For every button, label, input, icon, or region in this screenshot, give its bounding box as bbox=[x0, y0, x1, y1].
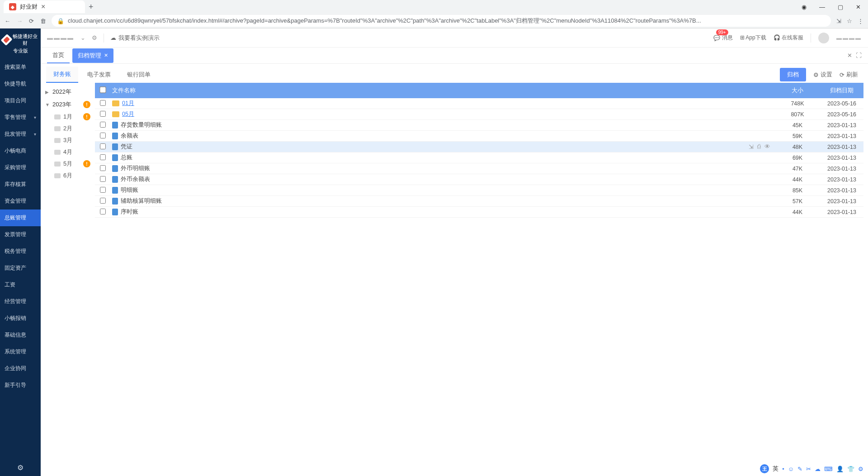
export-icon[interactable]: ⇲ bbox=[749, 143, 754, 150]
sidebar-item[interactable]: 快捷导航 bbox=[0, 76, 41, 92]
sidebar-item[interactable]: 小畅电商 bbox=[0, 143, 41, 159]
tree-year-2023[interactable]: ▼ 2023年 ! bbox=[41, 98, 95, 111]
row-checkbox[interactable] bbox=[100, 143, 106, 149]
minimize-button[interactable]: — bbox=[816, 2, 829, 12]
install-icon[interactable]: ⇲ bbox=[836, 18, 841, 24]
sidebar-item[interactable]: 固定资产 bbox=[0, 260, 41, 276]
tab-home[interactable]: 首页 bbox=[47, 48, 70, 63]
tree-month[interactable]: 2月 bbox=[41, 123, 95, 134]
pdf-icon[interactable]: ⎙ bbox=[757, 143, 761, 150]
row-checkbox[interactable] bbox=[100, 198, 106, 204]
audio-icon[interactable]: ◉ bbox=[798, 2, 810, 12]
sidebar-item[interactable]: 发票管理 bbox=[0, 226, 41, 243]
row-checkbox[interactable] bbox=[100, 176, 106, 182]
sidebar-item[interactable]: 工资 bbox=[0, 276, 41, 293]
refresh-button[interactable]: ⟳ 刷新 bbox=[840, 71, 858, 79]
tree-month[interactable]: 5月! bbox=[41, 158, 95, 170]
sidebar-item[interactable]: 资金管理 bbox=[0, 193, 41, 209]
tab-close-icon[interactable]: ✕ bbox=[104, 52, 108, 58]
inner-tab-einvoice[interactable]: 电子发票 bbox=[80, 67, 118, 82]
row-checkbox[interactable] bbox=[100, 100, 106, 106]
select-all-checkbox[interactable] bbox=[99, 86, 106, 93]
maximize-button[interactable]: ▢ bbox=[834, 2, 847, 12]
menu-icon[interactable]: ⋮ bbox=[858, 18, 863, 24]
sidebar-settings[interactable]: ⚙ bbox=[0, 459, 41, 476]
back-button[interactable]: ← bbox=[5, 18, 10, 24]
table-row[interactable]: 序时账 44K 2023-01-13 bbox=[95, 207, 863, 218]
ime-lang[interactable]: 英 bbox=[773, 465, 778, 473]
sidebar-item[interactable]: 库存核算 bbox=[0, 176, 41, 193]
tab-close-icon[interactable]: × bbox=[41, 3, 45, 11]
ime-emoji-icon[interactable]: ☺ bbox=[788, 466, 794, 472]
table-row[interactable]: 05月 807K 2023-05-16 bbox=[95, 109, 863, 120]
delete-icon[interactable]: 🗑 bbox=[40, 18, 46, 24]
sidebar-item[interactable]: 经营管理 bbox=[0, 293, 41, 310]
sidebar-item[interactable]: 小畅报销 bbox=[0, 310, 41, 327]
table-row[interactable]: 辅助核算明细账 57K 2023-01-13 bbox=[95, 196, 863, 207]
close-all-icon[interactable]: ✕ bbox=[847, 52, 852, 59]
ime-settings-icon[interactable]: ⚙ bbox=[858, 466, 863, 472]
url-input[interactable]: 🔒 cloud.chanjet.com/cc/u6d89qwnryel/57bf… bbox=[52, 15, 831, 27]
sidebar-item[interactable]: 搜索菜单 bbox=[0, 59, 41, 76]
new-tab-button[interactable]: + bbox=[89, 2, 94, 12]
row-checkbox[interactable] bbox=[100, 165, 106, 171]
sidebar-item[interactable]: 批发管理▾ bbox=[0, 126, 41, 143]
fullscreen-icon[interactable]: ⛶ bbox=[856, 52, 862, 59]
inner-tab-finance[interactable]: 财务账 bbox=[46, 67, 78, 83]
tree-year-2022[interactable]: ▶ 2022年 bbox=[41, 86, 95, 98]
table-row[interactable]: 总账 69K 2023-01-13 bbox=[95, 152, 863, 163]
sidebar-item[interactable]: 基础信息 bbox=[0, 327, 41, 343]
star-icon[interactable]: ☆ bbox=[847, 18, 852, 24]
table-row[interactable]: 存货数量明细账 45K 2023-01-13 bbox=[95, 120, 863, 131]
gear-icon[interactable]: ⚙ bbox=[92, 34, 97, 41]
browser-tab[interactable]: ◆ 好业财 × bbox=[4, 0, 85, 13]
reload-button[interactable]: ⟳ bbox=[29, 18, 34, 24]
row-checkbox[interactable] bbox=[100, 111, 106, 117]
ime-person-icon[interactable]: 👤 bbox=[836, 466, 844, 472]
row-checkbox[interactable] bbox=[100, 154, 106, 160]
demo-link[interactable]: ☁ 我要看实例演示 bbox=[110, 34, 160, 42]
sidebar-item[interactable]: 税务管理 bbox=[0, 243, 41, 260]
settings-button[interactable]: ⚙ 设置 bbox=[813, 71, 832, 79]
row-checkbox[interactable] bbox=[100, 209, 106, 214]
ime-shirt-icon[interactable]: 👕 bbox=[847, 466, 854, 472]
tree-month[interactable]: 6月 bbox=[41, 170, 95, 181]
table-row[interactable]: 余额表 59K 2023-01-13 bbox=[95, 131, 863, 142]
online-service-button[interactable]: 🎧 在线客服 bbox=[774, 34, 803, 42]
ime-dot-icon[interactable]: • bbox=[782, 466, 784, 472]
forward-button[interactable]: → bbox=[17, 18, 23, 24]
row-checkbox[interactable] bbox=[100, 122, 106, 128]
ime-cloud-icon[interactable]: ☁ bbox=[815, 466, 821, 472]
table-row[interactable]: 明细账 85K 2023-01-13 bbox=[95, 185, 863, 196]
sidebar-item[interactable]: 零售管理▾ bbox=[0, 109, 41, 126]
tree-month[interactable]: 3月 bbox=[41, 134, 95, 146]
sidebar-item[interactable]: 总账管理 bbox=[0, 209, 41, 226]
sidebar-item[interactable]: 项目合同 bbox=[0, 92, 41, 109]
tab-archive[interactable]: 归档管理 ✕ bbox=[72, 48, 113, 63]
table-row[interactable]: 01月 748K 2023-05-16 bbox=[95, 98, 863, 109]
ime-scissors-icon[interactable]: ✂ bbox=[806, 466, 811, 472]
inner-tab-bankreceipt[interactable]: 银行回单 bbox=[120, 67, 158, 82]
table-row[interactable]: 外币明细账 47K 2023-01-13 bbox=[95, 163, 863, 174]
close-window-button[interactable]: ✕ bbox=[852, 2, 864, 12]
preview-icon[interactable]: 👁 bbox=[764, 143, 770, 150]
tree-month[interactable]: 1月! bbox=[41, 111, 95, 123]
row-checkbox[interactable] bbox=[100, 187, 106, 193]
archive-button[interactable]: 归档 bbox=[780, 68, 806, 81]
avatar[interactable] bbox=[818, 33, 829, 43]
table-row[interactable]: 凭证 ⇲⎙👁 48K 2023-01-13 bbox=[95, 142, 863, 152]
chevron-down-icon[interactable]: ⌄ bbox=[80, 34, 85, 41]
ime-logo-icon[interactable]: 王 bbox=[760, 464, 769, 473]
messages-button[interactable]: 99+ 💬 消息 bbox=[713, 34, 733, 42]
sidebar-item[interactable]: 系统管理 bbox=[0, 343, 41, 360]
sidebar-item[interactable]: 采购管理 bbox=[0, 159, 41, 176]
company-select[interactable]: ▬▬▬▬ bbox=[47, 34, 74, 41]
sidebar-item[interactable]: 新手引导 bbox=[0, 377, 41, 394]
row-checkbox[interactable] bbox=[100, 133, 106, 138]
sidebar-item[interactable]: 企业协同 bbox=[0, 360, 41, 377]
table-row[interactable]: 外币余额表 44K 2023-01-13 bbox=[95, 174, 863, 185]
tree-month[interactable]: 4月 bbox=[41, 146, 95, 158]
ime-keyboard-icon[interactable]: ⌨ bbox=[824, 466, 833, 472]
app-download-button[interactable]: ⊞ App下载 bbox=[740, 34, 766, 42]
ime-edit-icon[interactable]: ✎ bbox=[797, 466, 802, 472]
